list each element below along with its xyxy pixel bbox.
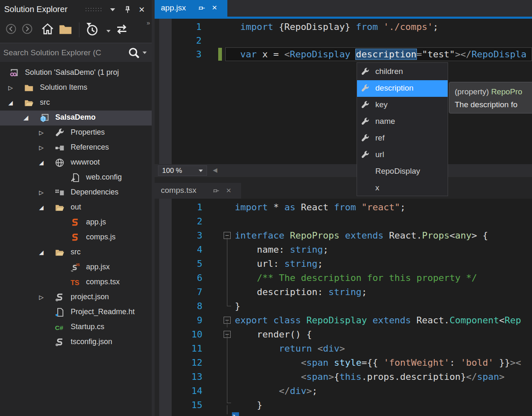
code-line-4[interactable]: 4 name: string;: [155, 243, 532, 257]
collapse-arrow-icon[interactable]: ◢: [39, 249, 44, 256]
tree-item-comps-js[interactable]: comps.js: [0, 230, 152, 245]
close-panel-button[interactable]: ×: [136, 4, 147, 15]
completion-item-x[interactable]: x: [357, 180, 448, 197]
code-line-11[interactable]: 11 return <div>: [155, 342, 532, 356]
search-icon[interactable]: [128, 47, 140, 59]
scroll-left-arrow[interactable]: ◀: [213, 167, 217, 173]
code-line-3[interactable]: 3var x = <RepoDisplay description="test"…: [155, 47, 532, 61]
completion-item-name[interactable]: name: [357, 113, 448, 130]
close-icon[interactable]: ×: [226, 185, 231, 195]
folder-icon: [59, 23, 72, 35]
code-line-5[interactable]: 5 url: string;: [155, 257, 532, 271]
expand-arrow-icon[interactable]: ▷: [39, 144, 44, 151]
code-line-1[interactable]: 1import {RepoDisplay} from './comps';: [155, 20, 532, 34]
tree-item-solution-salsademo-1-proj[interactable]: Solution 'SalsaDemo' (1 proj: [0, 66, 152, 81]
toolbar-overflow-icon[interactable]: »: [147, 19, 149, 26]
completion-item-description[interactable]: description: [357, 80, 448, 97]
tree-item-project-readme-ht[interactable]: Project_Readme.ht: [0, 305, 152, 320]
close-icon[interactable]: ×: [212, 2, 217, 12]
code-line-14[interactable]: 14 </div>;: [155, 384, 532, 398]
code-line-15[interactable]: 15 }: [155, 398, 532, 412]
tree-item-src[interactable]: ◢src: [0, 96, 152, 111]
back-button[interactable]: [5, 23, 17, 34]
tree-item-label: src: [71, 248, 81, 256]
code-line-12[interactable]: 12 <span style={{ 'fontWeight': 'bold' }…: [155, 356, 532, 370]
back-icon: [5, 23, 17, 34]
solution-icon: [9, 68, 19, 78]
forward-icon: [22, 23, 33, 34]
tree-item-wwwroot[interactable]: ◢wwwroot: [0, 155, 152, 170]
pin-icon[interactable]: [198, 5, 205, 12]
tree-item-tsconfig-json[interactable]: tsconfig.json: [0, 335, 152, 350]
code-text: export class RepoDisplay extends React.C…: [235, 313, 521, 327]
tree-item-project-json[interactable]: ▷project.json: [0, 290, 152, 305]
code-line-10[interactable]: –10 render() {: [155, 327, 532, 342]
tree-item-label: Solution 'SalsaDemo' (1 proj: [25, 68, 119, 77]
code-line-8[interactable]: 8}: [155, 299, 532, 313]
tree-item-out[interactable]: ◢out: [0, 200, 152, 215]
tree-item-dependencies[interactable]: ▷Dependencies: [0, 185, 152, 200]
expand-arrow-icon[interactable]: ▷: [8, 84, 13, 91]
dependencies-icon: [55, 188, 64, 197]
completion-item-children[interactable]: children: [357, 64, 448, 80]
globe-icon: [55, 158, 64, 167]
code-line-13[interactable]: 13 <span>{this.props.description}</span>: [155, 370, 532, 384]
line-number: 2: [171, 214, 202, 229]
code-line-9[interactable]: –9export class RepoDisplay extends React…: [155, 313, 532, 327]
pane-divider[interactable]: [155, 177, 532, 183]
collapse-arrow-icon[interactable]: ◢: [24, 114, 28, 121]
panel-splitter[interactable]: [152, 0, 155, 416]
tree-item-app-js[interactable]: app.js: [0, 215, 152, 230]
code-line-16-fragment[interactable]: }: [232, 412, 239, 416]
drag-grip-icon[interactable]: [85, 7, 103, 12]
tree-item-label: Project_Readme.ht: [71, 308, 135, 316]
completion-item-url[interactable]: url: [357, 147, 448, 163]
pin-icon[interactable]: [213, 187, 219, 194]
completion-label: x: [375, 183, 379, 192]
expand-arrow-icon[interactable]: ▷: [39, 294, 44, 300]
tree-item-comps-tsx[interactable]: TScomps.tsx: [0, 275, 152, 290]
fold-guide: [227, 403, 231, 403]
tree-item-references[interactable]: ▷References: [0, 140, 152, 155]
tree-item-app-jsx[interactable]: JSapp.jsx: [0, 260, 152, 275]
completion-item-ref[interactable]: ref: [357, 130, 448, 147]
forward-button[interactable]: [22, 23, 33, 34]
panel-header: Solution Explorer ×: [0, 0, 152, 19]
completion-item-key[interactable]: key: [357, 97, 448, 113]
collapse-arrow-icon[interactable]: ◢: [39, 159, 44, 166]
code-line-6[interactable]: 6 /** The description for this property …: [155, 271, 532, 285]
tab-comps-tsx[interactable]: comps.tsx ×: [155, 183, 241, 199]
tree-item-web-config[interactable]: web.config: [0, 170, 152, 185]
home-button[interactable]: [41, 22, 54, 35]
tree-item-salsademo[interactable]: ◢SalsaDemo: [0, 111, 152, 126]
tree-item-solution-items[interactable]: ▷Solution Items: [0, 81, 152, 96]
collapse-arrow-icon[interactable]: ◢: [39, 204, 44, 211]
completion-item-RepoDisplay[interactable]: RepoDisplay: [357, 163, 448, 180]
code-line-7[interactable]: 7 description: string;: [155, 285, 532, 299]
collapse-arrow-icon[interactable]: ◢: [8, 99, 13, 106]
tree-item-startup-cs[interactable]: C#Startup.cs: [0, 320, 152, 335]
expand-arrow-icon[interactable]: ▷: [39, 189, 44, 196]
sync-with-active-document-button[interactable]: [115, 23, 129, 35]
window-position-menu-button[interactable]: [107, 4, 118, 15]
selected-token[interactable]: description: [356, 49, 416, 59]
code-line-1[interactable]: 1import * as React from "react";: [155, 200, 532, 214]
pending-changes-filter-button[interactable]: [84, 22, 99, 36]
tab-app-jsx[interactable]: app.jsx ×: [155, 0, 227, 17]
sync-folder-button[interactable]: [59, 23, 72, 35]
code-line-3[interactable]: –3interface RepoProps extends React.Prop…: [155, 229, 532, 243]
zoom-combo[interactable]: 100 %: [158, 165, 207, 176]
code-text: <span>{this.props.description}</span>: [235, 370, 505, 384]
editor-comps-tsx[interactable]: 1import * as React from "react";2–3inter…: [155, 199, 532, 416]
svg-text:JS: JS: [76, 263, 80, 267]
tree-item-src[interactable]: ◢src: [0, 245, 152, 260]
tree-item-properties[interactable]: ▷Properties: [0, 126, 152, 140]
expand-arrow-icon[interactable]: ▷: [39, 129, 44, 136]
search-input[interactable]: [0, 43, 128, 62]
filter-dropdown-icon[interactable]: [106, 30, 111, 32]
search-options-dropdown-icon[interactable]: [143, 52, 147, 54]
completion-label: children: [375, 67, 403, 76]
code-line-2[interactable]: 2: [155, 214, 532, 229]
code-line-2[interactable]: 2: [155, 34, 532, 47]
pin-panel-button[interactable]: [122, 4, 133, 15]
